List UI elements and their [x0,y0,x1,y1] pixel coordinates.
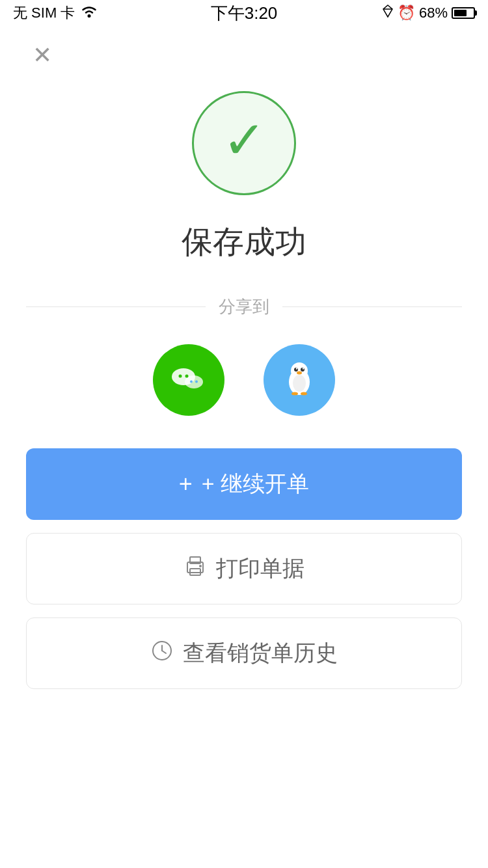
location-icon [382,4,394,22]
svg-point-3 [179,375,182,378]
share-icons [26,344,462,416]
share-divider: 分享到 [26,295,462,318]
qq-logo [280,361,318,399]
status-left: 无 SIM 卡 [13,3,98,23]
action-buttons: + + 继续开单 打印单据 [26,448,462,689]
share-section: 分享到 [26,295,462,416]
success-title: 保存成功 [182,221,306,263]
no-sim-label: 无 SIM 卡 [13,3,75,23]
success-icon-circle: ✓ [192,91,296,195]
clock-icon [150,639,174,668]
wechat-logo [169,364,208,396]
svg-point-0 [88,14,91,18]
plus-icon: + [179,470,193,498]
alarm-icon: ⏰ [398,5,415,21]
qq-share-button[interactable] [264,344,335,416]
svg-point-20 [199,565,202,567]
svg-point-4 [185,375,189,378]
svg-point-16 [301,392,307,396]
battery-percent: 68% [419,5,448,21]
share-label: 分享到 [219,295,269,318]
svg-point-15 [291,392,298,396]
svg-point-13 [297,372,302,375]
print-label: 打印单据 [216,554,305,584]
printer-icon [183,554,207,583]
svg-point-5 [190,381,193,383]
wifi-icon [80,4,98,22]
status-right: ⏰ 68% [382,4,475,22]
history-label: 查看销货单历史 [183,638,338,668]
svg-point-14 [293,375,306,392]
history-button[interactable]: 查看销货单历史 [26,617,462,689]
checkmark-icon: ✓ [223,115,266,167]
svg-point-11 [296,368,297,369]
close-icon: ✕ [33,44,52,67]
print-button[interactable]: 打印单据 [26,533,462,604]
continue-order-button[interactable]: + + 继续开单 [26,448,462,520]
close-button[interactable]: ✕ [26,39,59,72]
continue-label: + 继续开单 [202,469,309,499]
svg-point-6 [195,381,198,383]
status-bar: 无 SIM 卡 下午3:20 ⏰ 68% [0,0,488,26]
svg-point-12 [303,368,304,369]
battery-icon [452,7,475,19]
status-time: 下午3:20 [211,2,278,25]
wechat-share-button[interactable] [153,344,224,416]
svg-line-23 [162,651,166,653]
main-content: ✕ ✓ 保存成功 分享到 [0,26,488,868]
